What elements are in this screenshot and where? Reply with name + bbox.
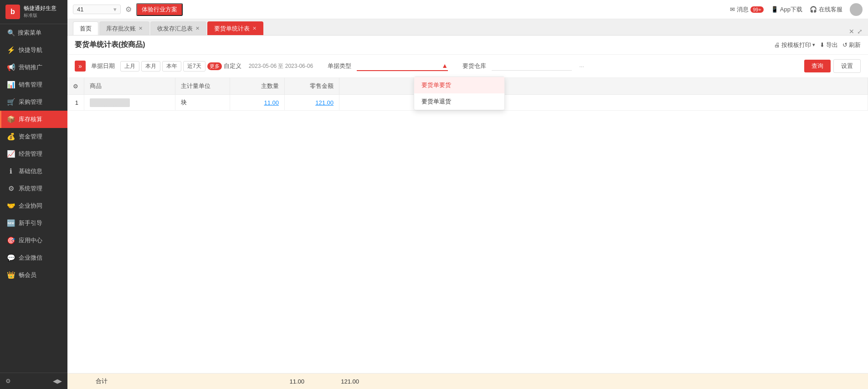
th-gear[interactable]: ⚙ <box>67 78 84 95</box>
filter-date-btns: 上月 本月 本年 近7天 更多 自定义 <box>120 61 241 72</box>
online-service-btn[interactable]: 🎧 在线客服 <box>810 5 842 14</box>
main-area: ▾ ⚙ 体验行业方案 ✉ 消息 99+ 📱 App下载 🎧 在线客服 首页 <box>67 0 868 389</box>
td-qty[interactable]: 11.00 <box>230 95 285 111</box>
online-service-label: 在线客服 <box>819 5 842 14</box>
filter-bar: » 单据日期 上月 本月 本年 近7天 更多 自定义 2023-05-06 至 … <box>67 55 868 78</box>
settings-footer-btn[interactable]: ⚙ <box>5 378 11 384</box>
sidebar-item-label: 基础信息 <box>19 167 42 175</box>
sidebar-item-wechat[interactable]: 💬 企业微信 <box>0 249 67 266</box>
filter-type-input-wrap: ▲ <box>357 61 448 71</box>
dropdown-item-return[interactable]: 要货单退货 <box>414 93 504 110</box>
sidebar-item-label: 资金管理 <box>19 133 42 141</box>
topbar-search-input[interactable] <box>77 6 113 13</box>
logo-sub: 标准版 <box>24 12 56 19</box>
wechat-icon: 💬 <box>7 254 15 262</box>
tab-close-icon[interactable]: ✕ <box>195 26 200 31</box>
query-button[interactable]: 查询 <box>804 60 831 72</box>
sidebar-item-member[interactable]: 👑 畅会员 <box>0 266 67 284</box>
sidebar-item-label: 库存核算 <box>19 115 42 123</box>
sales-icon: 📊 <box>7 81 15 89</box>
print-btn[interactable]: 🖨 按模板打印 ▾ <box>774 41 815 49</box>
type-input[interactable] <box>357 61 442 70</box>
filter-expand-btn[interactable]: » <box>75 61 86 72</box>
export-icon: ⬇ <box>820 41 825 48</box>
promo-button[interactable]: 体验行业方案 <box>136 3 183 16</box>
topbar-gear-icon[interactable]: ⚙ <box>125 5 132 14</box>
date-btn-last-month[interactable]: 上月 <box>120 61 139 72</box>
sidebar-item-inventory[interactable]: 📦 库存核算 <box>0 111 67 128</box>
sidebar: b 畅捷通好生意 标准版 🔍 搜索菜单 ⚡ 快捷导航 📢 营销推广 📊 销售管理… <box>0 0 67 389</box>
th-amount: 零售金额 <box>285 78 339 95</box>
date-btn-7days[interactable]: 近7天 <box>183 61 205 72</box>
page-title: 要货单统计表(按商品) <box>75 40 145 50</box>
refresh-btn[interactable]: ↺ 刷新 <box>842 41 861 49</box>
quick-icon: ⚡ <box>7 46 15 54</box>
sidebar-item-appcenter[interactable]: 🎯 应用中心 <box>0 232 67 249</box>
footer-qty: 11.00 <box>255 378 310 385</box>
sidebar-item-label: 经营管理 <box>19 150 42 158</box>
sidebar-item-system[interactable]: ⚙ 系统管理 <box>0 180 67 197</box>
sidebar-item-search[interactable]: 🔍 搜索菜单 <box>0 24 67 41</box>
sidebar-item-finance[interactable]: 💰 资金管理 <box>0 128 67 145</box>
topbar-dropdown-arrow[interactable]: ▾ <box>113 6 117 13</box>
date-custom-btn[interactable]: 自定义 <box>224 62 241 70</box>
expand-window-icon[interactable]: ⤢ <box>857 28 863 35</box>
sidebar-item-label: 搜索菜单 <box>18 29 41 37</box>
tab-close-icon[interactable]: ✕ <box>139 26 143 31</box>
sidebar-item-label: 新手引导 <box>19 219 42 227</box>
message-btn[interactable]: ✉ 消息 99+ <box>730 5 764 14</box>
close-window-icon[interactable]: ✕ <box>849 28 854 35</box>
sidebar-item-marketing[interactable]: 📢 营销推广 <box>0 59 67 76</box>
print-dropdown-icon[interactable]: ▾ <box>812 42 815 48</box>
product-placeholder: ▓▓▓ <box>90 98 130 107</box>
warehouse-input[interactable] <box>492 61 572 71</box>
collapse-footer-btn[interactable]: ◀▶ <box>53 378 62 384</box>
tab-inventory-batch[interactable]: 库存批次账 ✕ <box>99 21 149 35</box>
app-download-icon: 📱 <box>771 6 778 13</box>
tab-order-summary[interactable]: 要货单统计表 ✕ <box>207 21 263 35</box>
sidebar-item-enterprise[interactable]: 🤝 企业协同 <box>0 197 67 215</box>
newbie-icon: 🆕 <box>7 219 15 227</box>
sidebar-item-sales[interactable]: 📊 销售管理 <box>0 76 67 93</box>
marketing-icon: 📢 <box>7 63 15 72</box>
tab-label: 收发存汇总表 <box>157 25 193 33</box>
topbar: ▾ ⚙ 体验行业方案 ✉ 消息 99+ 📱 App下载 🎧 在线客服 <box>67 0 868 19</box>
td-amount[interactable]: 121.00 <box>285 95 339 111</box>
app-download-btn[interactable]: 📱 App下载 <box>771 5 802 14</box>
sidebar-item-newbie[interactable]: 🆕 新手引导 <box>0 215 67 232</box>
sidebar-item-operation[interactable]: 📈 经营管理 <box>0 145 67 163</box>
table-footer: 合计 11.00 121.00 <box>67 373 868 389</box>
message-label: 消息 <box>737 5 749 14</box>
td-unit: 块 <box>175 95 230 111</box>
th-qty: 主数量 <box>230 78 285 95</box>
date-more-badge[interactable]: 更多 <box>207 62 222 70</box>
sidebar-nav: 🔍 搜索菜单 ⚡ 快捷导航 📢 营销推广 📊 销售管理 🛒 采购管理 📦 库存核… <box>0 24 67 373</box>
sidebar-item-purchase[interactable]: 🛒 采购管理 <box>0 93 67 111</box>
tabbar: 首页 库存批次账 ✕ 收发存汇总表 ✕ 要货单统计表 ✕ ✕ ⤢ <box>67 19 868 36</box>
settings-button[interactable]: 设置 <box>833 59 861 73</box>
system-icon: ⚙ <box>7 184 15 193</box>
type-dropdown-arrow[interactable]: ▲ <box>442 62 448 69</box>
more-filters-icon[interactable]: ··· <box>579 63 584 70</box>
th-unit: 主计量单位 <box>175 78 230 95</box>
date-btn-this-month[interactable]: 本月 <box>141 61 160 72</box>
export-btn[interactable]: ⬇ 导出 <box>820 41 838 49</box>
tab-close-icon[interactable]: ✕ <box>252 26 257 31</box>
th-product: 商品 <box>84 78 175 95</box>
td-no: 1 <box>67 95 84 111</box>
dropdown-item-order[interactable]: 要货单要货 <box>414 77 504 93</box>
topbar-left: ▾ ⚙ 体验行业方案 <box>73 3 183 16</box>
appcenter-icon: 🎯 <box>7 236 15 245</box>
footer-amount: 121.00 <box>310 378 365 385</box>
date-btn-this-year[interactable]: 本年 <box>162 61 181 72</box>
tab-receive-summary[interactable]: 收发存汇总表 ✕ <box>150 21 206 35</box>
date-range-display: 2023-05-06 至 2023-06-06 <box>249 62 313 70</box>
online-service-icon: 🎧 <box>810 6 817 13</box>
avatar[interactable] <box>850 3 863 16</box>
basic-icon: ℹ <box>7 167 15 175</box>
sidebar-item-basic[interactable]: ℹ 基础信息 <box>0 163 67 180</box>
tab-home-label: 首页 <box>80 25 92 33</box>
tab-home[interactable]: 首页 <box>73 21 98 35</box>
tab-label: 要货单统计表 <box>214 25 250 33</box>
sidebar-item-quick[interactable]: ⚡ 快捷导航 <box>0 41 67 59</box>
